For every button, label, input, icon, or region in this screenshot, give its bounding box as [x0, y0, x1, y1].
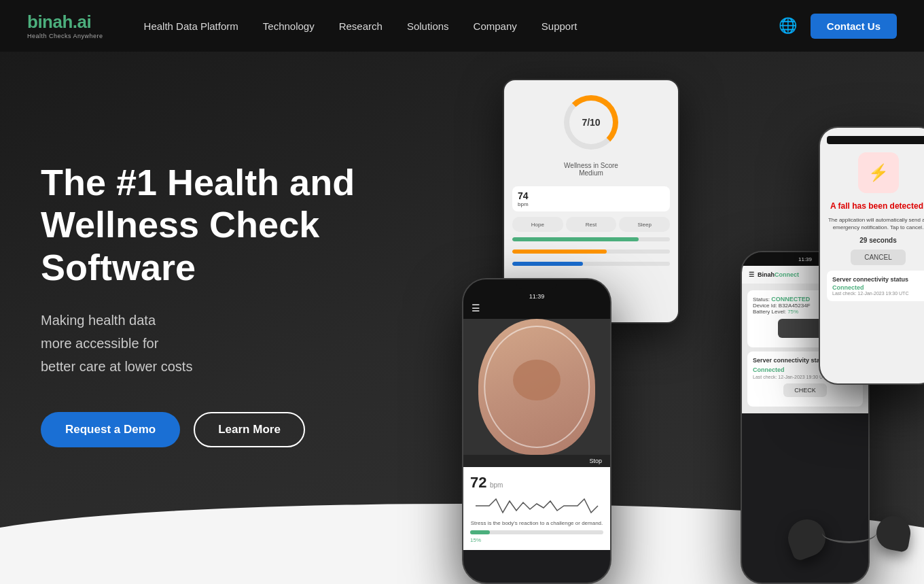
tablet-wellness-score: 7/10 [564, 95, 618, 150]
nav-right: 🌐 Contact Us [779, 14, 897, 39]
earbud-left [783, 514, 830, 562]
hero-subtitle: Making health data more accessible for b… [41, 309, 435, 378]
phone3-server-card: Server connectivity status Connected Las… [827, 271, 924, 301]
nav-item-solutions[interactable]: Solutions [407, 20, 449, 32]
request-demo-button[interactable]: Request a Demo [41, 412, 180, 447]
phone1-bpm: 72 bpm [470, 474, 603, 492]
tablet-pill-sleep: Sleep [619, 217, 670, 232]
phone-face-scan: 11:39 ☰ Stop 72 bpm [462, 278, 611, 584]
nav-item-company[interactable]: Company [474, 20, 517, 32]
logo-text: binah.ai [27, 13, 103, 31]
phone1-time: 11:39 [463, 293, 610, 300]
fall-detection-icon: ⚡ [858, 152, 899, 193]
nav-item-research[interactable]: Research [339, 20, 383, 32]
tablet-pill-hope: Hope [512, 217, 563, 232]
tablet-bar-2 [512, 250, 670, 254]
phone3-alert-title: A fall has been detected! [827, 201, 924, 211]
contact-us-button[interactable]: Contact Us [811, 14, 897, 39]
navbar: binah.ai Health Checks Anywhere Health D… [0, 0, 924, 52]
nav-item-support[interactable]: Support [541, 20, 578, 32]
logo-tagline: Health Checks Anywhere [27, 33, 103, 39]
phone1-menu-icon: ☰ [463, 303, 610, 313]
hero-content: The #1 Health and Wellness Check Softwar… [0, 120, 476, 515]
check-button[interactable]: CHECK [783, 383, 827, 397]
phone2-logo: ☰ BinahConnect [749, 271, 799, 278]
phone1-stop-label[interactable]: Stop [463, 455, 610, 467]
nav-item-health-data-platform[interactable]: Health Data Platform [144, 20, 238, 32]
learn-more-button[interactable]: Learn More [194, 412, 305, 447]
phone1-results: 72 bpm Stress is the body's reaction to … [463, 467, 610, 550]
tablet-pill-rest: Rest [566, 217, 617, 232]
phone1-notch [516, 284, 557, 289]
waveform-svg [470, 496, 603, 516]
phone1-progress-fill [470, 530, 490, 534]
phone1-description: Stress is the body's reaction to a chall… [470, 520, 603, 526]
phone1-waveform [470, 496, 603, 516]
hero-visual: 7/10 Wellness in Score Medium 74 bpm Hop… [462, 58, 924, 584]
cancel-button[interactable]: CANCEL [851, 250, 906, 265]
earbuds-visual [788, 502, 924, 557]
phone-fall-detection: ⚡ A fall has been detected! The applicat… [819, 126, 924, 385]
language-selector[interactable]: 🌐 [779, 17, 797, 35]
phone1-progress-bar [470, 530, 603, 534]
tablet-bar-1 [512, 237, 670, 241]
phone3-alert-text: The application will automatically send … [827, 216, 924, 231]
phone1-face-area [478, 319, 596, 455]
phone2-time: 11:39 [798, 256, 812, 262]
phone3-status-bar [827, 136, 924, 144]
tablet-score-label: Wellness in Score Medium [512, 162, 670, 177]
nav-links: Health Data Platform Technology Research… [144, 20, 779, 32]
phone3-screen: ⚡ A fall has been detected! The applicat… [820, 128, 924, 383]
hero-title: The #1 Health and Wellness Check Softwar… [41, 161, 435, 288]
phone3-countdown: 29 seconds [827, 237, 924, 244]
tablet-pills: Hope Rest Sleep [512, 217, 670, 232]
logo[interactable]: binah.ai Health Checks Anywhere [27, 13, 103, 39]
earbud-wire [822, 523, 876, 543]
phone1-progress-label: 15% [470, 537, 603, 543]
tablet-bpm-metric: 74 bpm [512, 186, 670, 211]
globe-icon: 🌐 [779, 17, 797, 35]
hero-section: The #1 Health and Wellness Check Softwar… [0, 52, 924, 584]
tablet-bar-3 [512, 262, 670, 266]
hero-buttons: Request a Demo Learn More [41, 412, 435, 447]
nav-item-technology[interactable]: Technology [263, 20, 315, 32]
earbud-right [874, 513, 913, 553]
